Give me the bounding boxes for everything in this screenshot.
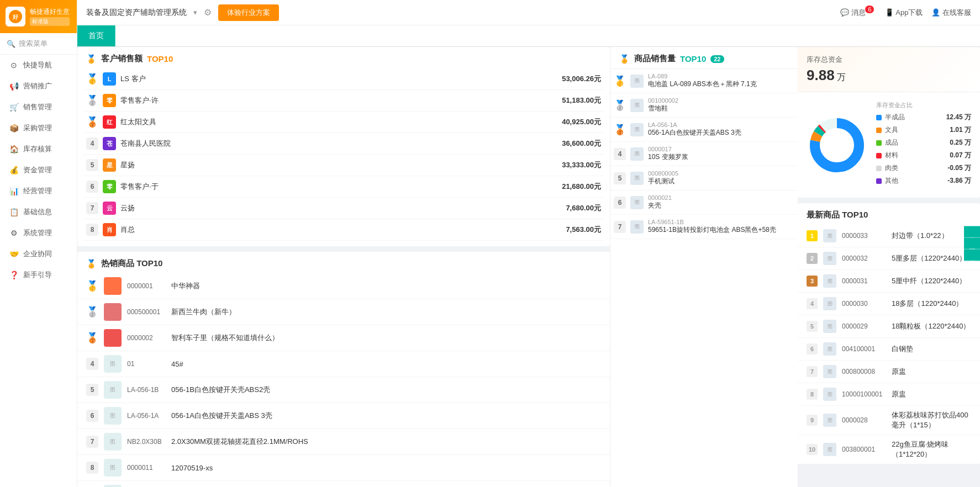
product-code: LA-056-1B [127, 386, 166, 394]
new-product-item[interactable]: 8 图 10000100001 原盅 [798, 383, 980, 406]
rank-item[interactable]: 🥈 零 零售客户·许 51,183.00元 [83, 90, 604, 112]
sidebar: 好 畅捷通好生意 标准版 🔍 搜索菜单 ⊙ 快捷导航 📢 营销推广 🛒 销售管理… [0, 0, 77, 487]
experience-btn[interactable]: 体验行业方案 [218, 4, 279, 21]
float-buttons: 客服热线 服务社区 直播 [964, 226, 980, 261]
sidebar-header: 好 畅捷通好生意 标准版 [0, 0, 77, 33]
sidebar-item-inventory[interactable]: 🏠 库存核算 [0, 139, 77, 160]
new-product-img: 图 [823, 443, 836, 456]
system-title: 装备及固定资产辅助管理系统 [86, 8, 187, 18]
float-btn-community[interactable]: 服务社区 [964, 238, 980, 250]
rank-name: 零售客户·许 [120, 96, 557, 105]
hot-product-item[interactable]: 7 图 NB2.0X30B 2.0X30MM双搓花轴搓花直径2.1MM/ROHS [77, 429, 610, 455]
new-product-item[interactable]: 6 图 004100001 白钢垫 [798, 338, 980, 361]
float-btn-live[interactable]: 直播 [964, 250, 980, 261]
sidebar-item-guide[interactable]: ❓ 新手引导 [0, 264, 77, 285]
product-rank-list: 🥇 图 LA-089 电池盖 LA-089 ABS本色＋黑种 7.1克 🥈 图 … [610, 69, 798, 239]
product-name: 10S 变频罗浆 [648, 152, 794, 162]
rank-item[interactable]: 7 云 云扬 7,680.00元 [83, 198, 604, 219]
hot-product-item[interactable]: 8 图 0000011 12070519-xs [77, 455, 610, 481]
product-code: NB2.0X30B [127, 438, 166, 446]
search-menu[interactable]: 🔍 搜索菜单 [0, 33, 77, 55]
hot-product-item[interactable]: 9 图 KK-SD22110H 花语萌恒温分蘸罐袋（厚款） [77, 481, 610, 487]
new-product-item[interactable]: 10 图 003800001 22g鱼豆腐·烧烤味（1*12*20） [798, 435, 980, 464]
product-rank-item[interactable]: 4 图 0000017 10S 变频罗浆 [610, 142, 798, 166]
rank-item[interactable]: 5 星 星扬 33,333.00元 [83, 155, 604, 176]
rank-item[interactable]: 8 肖 肖总 7,563.00元 [83, 219, 604, 241]
product-rank-item[interactable]: 🥈 图 001000002 雪地鞋 [610, 93, 798, 118]
app-download[interactable]: 📱 App下载 [885, 8, 923, 18]
sidebar-item-purchase[interactable]: 📦 采购管理 [0, 118, 77, 139]
product-thumbnail: 图 [104, 433, 122, 451]
new-product-name: 22g鱼豆腐·烧烤味（1*12*20） [892, 440, 971, 459]
sidebar-item-quick-nav[interactable]: ⊙ 快捷导航 [0, 55, 77, 76]
sidebar-item-system[interactable]: ⚙ 系统管理 [0, 223, 77, 244]
hot-product-item[interactable]: 🥉 0000002 智利车子里（规格不知道填什么） [77, 325, 610, 351]
tab-home[interactable]: 首页 [77, 25, 115, 46]
rank-item[interactable]: 🥉 红 红太阳文具 40,925.00元 [83, 112, 604, 133]
dropdown-icon[interactable]: ▾ [193, 8, 197, 17]
hot-product-item[interactable]: 5 图 LA-056-1B 056-1B白色按键开关壳ABS2壳 [77, 377, 610, 403]
rank-value: 40,925.00元 [562, 117, 601, 127]
product-rank-item[interactable]: 7 图 LA-59651-1B 59651-1B旋转投影灯电池盒 ABS黑色+5… [610, 215, 798, 239]
product-thumbnail: 图 [104, 459, 122, 477]
legend-color-dot [876, 153, 882, 158]
rank-name: LS 客户 [120, 74, 557, 84]
enterprise-icon: 🤝 [9, 250, 19, 258]
rank-number: 6 [86, 181, 98, 193]
new-product-item[interactable]: 2 图 0000032 5厘多层（1220*2440） [798, 247, 980, 270]
product-rank-item[interactable]: 6 图 0000021 夹壳 [610, 190, 798, 215]
app-name: 畅捷通好生意 [30, 7, 70, 17]
product-rank-item[interactable]: 🥉 图 LA-056-1A 056-1A白色按键开关盖ABS 3壳 [610, 118, 798, 142]
new-product-item[interactable]: 7 图 000800008 原盅 [798, 361, 980, 383]
product-code: 01 [127, 360, 166, 368]
rank-medal: 🥈 [86, 94, 98, 107]
new-product-item[interactable]: 3 图 0000031 5厘中纤（1220*2440） [798, 270, 980, 293]
new-products-card: 最新商品 TOP10 1 图 0000033 封边带（1.0*22） 2 图 0… [798, 203, 980, 464]
new-product-item[interactable]: 9 图 0000028 体彩荔枝味苏打饮品400毫升（1*15） [798, 406, 980, 435]
legend-name: 文具 [885, 125, 946, 135]
new-products-title: 最新商品 TOP10 [807, 210, 868, 220]
product-rank-item[interactable]: 🥇 图 LA-089 电池盖 LA-089 ABS本色＋黑种 7.1克 [610, 69, 798, 93]
inventory-header: 库存总资金 9.88 万 [798, 47, 980, 92]
legend-color-dot [876, 128, 882, 133]
sidebar-item-sales[interactable]: 🛒 销售管理 [0, 97, 77, 118]
float-btn-service[interactable]: 客服热线 [964, 226, 980, 238]
sidebar-item-finance[interactable]: 💰 资金管理 [0, 160, 77, 181]
sidebar-item-basic[interactable]: 📋 基础信息 [0, 202, 77, 223]
hot-product-item[interactable]: 6 图 LA-056-1A 056-1A白色按键开关盖ABS 3壳 [77, 403, 610, 429]
hot-product-item[interactable]: 🥇 0000001 中华神器 [77, 273, 610, 299]
new-product-item[interactable]: 1 图 0000033 封边带（1.0*22） [798, 225, 980, 247]
sidebar-item-marketing[interactable]: 📢 营销推广 [0, 76, 77, 97]
rank-item[interactable]: 4 苍 苍南县人民医院 36,600.00元 [83, 133, 604, 155]
rank-item[interactable]: 🥇 L LS 客户 53,006.26元 [83, 68, 604, 90]
medal-icon: 🏅 [86, 54, 97, 64]
sidebar-item-label: 销售管理 [23, 102, 52, 112]
sidebar-item-operation[interactable]: 📊 经营管理 [0, 181, 77, 202]
online-service[interactable]: 👤 在线客服 [931, 8, 971, 18]
new-product-code: 10000100001 [842, 390, 886, 398]
app-logo: 好 [6, 7, 25, 27]
rank-medal: 🥈 [86, 306, 98, 318]
rank-name: 星扬 [120, 160, 557, 170]
legend-name: 半成品 [885, 113, 943, 122]
legend-item: 半成品 12.45 万 [876, 113, 971, 122]
product-code: LA-089 [648, 73, 794, 80]
svg-point-7 [821, 130, 852, 161]
new-product-name: 原盅 [892, 389, 971, 399]
rank-value: 7,563.00元 [566, 225, 601, 235]
product-img: 图 [630, 220, 644, 234]
sidebar-item-enterprise[interactable]: 🤝 企业协同 [0, 244, 77, 264]
product-rank-item[interactable]: 5 图 000800005 手机测试 [610, 166, 798, 190]
new-products-list: 1 图 0000033 封边带（1.0*22） 2 图 0000032 5厘多层… [798, 225, 980, 464]
new-product-item[interactable]: 4 图 0000030 18多层（1220*2440） [798, 293, 980, 315]
hot-product-item[interactable]: 4 图 01 45# [77, 351, 610, 377]
new-product-item[interactable]: 5 图 0000029 18颗粒板（1220*2440） [798, 315, 980, 338]
product-thumbnail: 图 [104, 407, 122, 425]
legend-name: 成品 [885, 138, 946, 147]
rank-item[interactable]: 6 零 零售客户·于 21,680.00元 [83, 176, 604, 198]
message-area[interactable]: 💬 消息 6 [840, 8, 876, 18]
hot-product-item[interactable]: 🥈 000500001 新西兰牛肉（新牛） [77, 299, 610, 325]
gear-icon[interactable]: ⚙ [204, 7, 212, 18]
rank-value: 21,680.00元 [562, 182, 601, 192]
rank-number: 7 [86, 202, 98, 214]
